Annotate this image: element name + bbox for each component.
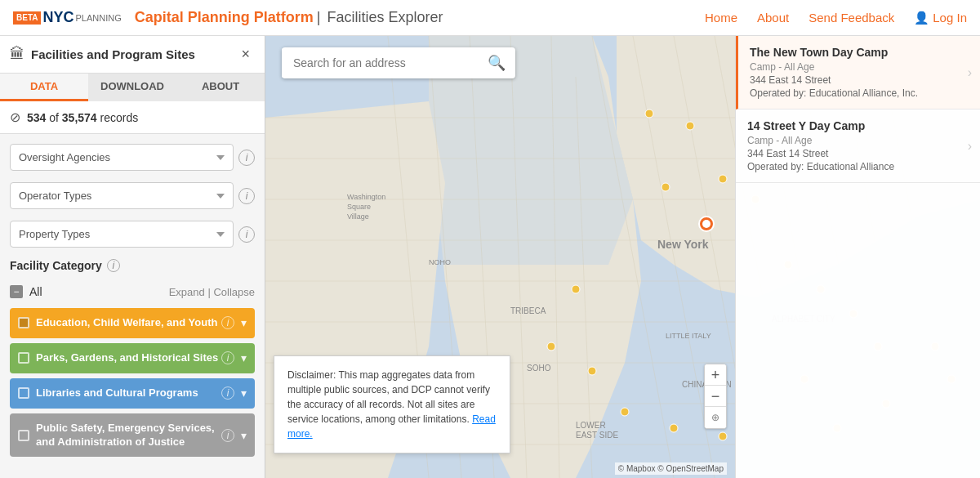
card-0-address: 344 East 14 Street (750, 74, 969, 86)
result-card-1[interactable]: 14 Street Y Day Camp Camp - All Age 344 … (736, 109, 980, 183)
public-safety-label: Public Safety, Emergency Services, and A… (36, 422, 221, 449)
property-types-select[interactable]: Property Types (10, 221, 234, 248)
card-0-subtitle: Camp - All Age (750, 61, 969, 73)
svg-text:New York: New York (657, 238, 709, 251)
tab-download[interactable]: DOWNLOAD (88, 74, 176, 101)
all-minus-icon[interactable]: − (10, 285, 23, 298)
education-info-button[interactable]: i (221, 316, 234, 329)
svg-point-42 (572, 285, 580, 293)
nav-send-feedback[interactable]: Send Feedback (808, 11, 894, 25)
parks-info-button[interactable]: i (221, 351, 234, 364)
card-0-title: The New Town Day Camp (750, 46, 969, 59)
libraries-checkbox[interactable] (18, 387, 29, 399)
facility-category-info-button[interactable]: i (107, 259, 120, 272)
operator-types-select[interactable]: Operator Types (10, 182, 234, 209)
expand-collapse-link[interactable]: Expand | Collapse (169, 286, 255, 298)
zoom-in-button[interactable]: + (705, 364, 726, 386)
svg-text:NOHO: NOHO (429, 258, 451, 266)
nav-home[interactable]: Home (705, 11, 737, 25)
map-attribution: © Mapbox © OpenStreetMap (615, 462, 727, 475)
building-icon: 🏛 (10, 46, 24, 63)
filter-icon: ⊘ (10, 109, 20, 125)
public-safety-expand-icon[interactable]: ▾ (241, 429, 247, 442)
main-nav: Home About Send Feedback 👤 Log In (705, 11, 967, 25)
logo: BETA NYC PLANNING (13, 9, 122, 26)
facility-category-label: Facility Category (10, 259, 102, 272)
map-container[interactable]: New York SOHO TRIBECA NOHO LOWEREAST SID… (265, 36, 980, 478)
svg-point-36 (719, 175, 727, 183)
libraries-expand-icon[interactable]: ▾ (241, 386, 247, 400)
svg-point-45 (621, 408, 629, 416)
svg-point-44 (588, 367, 596, 375)
tab-data[interactable]: DATA (0, 74, 88, 101)
card-0-arrow: › (968, 65, 972, 80)
svg-point-54 (702, 220, 710, 228)
all-label: All (29, 285, 169, 298)
result-cards-panel: The New Town Day Camp Camp - All Age 344… (735, 36, 980, 478)
card-1-operator: Operated by: Educational Alliance (747, 161, 969, 172)
tab-about[interactable]: ABOUT (176, 74, 265, 101)
search-button[interactable]: 🔍 (478, 47, 515, 78)
search-input[interactable] (282, 48, 478, 78)
disclaimer-popup: Disclaimer: This map aggregates data fro… (274, 355, 510, 453)
oversight-agencies-select[interactable]: Oversight Agencies (10, 144, 234, 171)
card-0-operator: Operated by: Educational Alliance, Inc. (750, 87, 969, 99)
card-1-address: 344 East 14 Street (747, 148, 969, 159)
sidebar-tabs: DATA DOWNLOAD ABOUT (0, 74, 265, 101)
oversight-agencies-info-button[interactable]: i (238, 150, 255, 166)
public-safety-checkbox[interactable] (18, 430, 29, 441)
app-subtitle: Facilities Explorer (327, 9, 443, 26)
nav-about[interactable]: About (757, 11, 789, 25)
svg-point-33 (645, 109, 653, 118)
sidebar: 🏛 Facilities and Program Sites × DATA DO… (0, 36, 265, 478)
card-1-arrow: › (968, 139, 972, 154)
all-expand-row: − All Expand | Collapse (10, 282, 255, 302)
education-expand-icon[interactable]: ▾ (241, 316, 247, 329)
nyc-logo-text: NYC (42, 9, 74, 26)
compass-button[interactable]: ⊕ (705, 407, 726, 428)
filter-section: Oversight Agencies i Operator Types i Pr… (0, 134, 265, 471)
property-types-filter: Property Types i (10, 221, 255, 248)
property-types-info-button[interactable]: i (238, 226, 255, 243)
records-count: 534 of 35,574 records (27, 111, 138, 124)
title-separator: | (317, 9, 321, 26)
expand-collapse-separator: | (207, 286, 210, 298)
education-checkbox[interactable] (18, 317, 29, 328)
svg-text:SOHO: SOHO (527, 364, 551, 373)
libraries-info-button[interactable]: i (221, 386, 234, 400)
education-label: Education, Child Welfare, and Youth (36, 316, 221, 330)
sidebar-close-button[interactable]: × (236, 44, 255, 65)
svg-point-34 (686, 122, 694, 130)
svg-point-47 (719, 432, 727, 440)
user-icon: 👤 (914, 11, 929, 25)
search-bar: 🔍 (282, 47, 515, 78)
category-item-public-safety[interactable]: Public Safety, Emergency Services, and A… (10, 413, 255, 458)
parks-checkbox[interactable] (18, 352, 29, 364)
facility-category-header: Facility Category i (10, 259, 255, 275)
svg-text:LITTLE ITALY: LITTLE ITALY (666, 332, 711, 340)
sidebar-header: 🏛 Facilities and Program Sites × (0, 36, 265, 74)
parks-expand-icon[interactable]: ▾ (241, 351, 247, 364)
disclaimer-text: Disclaimer: This map aggregates data fro… (287, 369, 490, 425)
nav-log-in[interactable]: 👤 Log In (914, 11, 967, 25)
svg-point-43 (547, 342, 555, 351)
card-1-title: 14 Street Y Day Camp (747, 119, 969, 132)
records-bar: ⊘ 534 of 35,574 records (0, 101, 265, 134)
parks-label: Parks, Gardens, and Historical Sites (36, 351, 221, 365)
planning-logo-text: PLANNING (76, 13, 122, 23)
card-1-subtitle: Camp - All Age (747, 135, 969, 146)
category-item-parks[interactable]: Parks, Gardens, and Historical Sites i ▾ (10, 343, 255, 373)
libraries-label: Libraries and Cultural Programs (36, 386, 221, 400)
main-content: 🏛 Facilities and Program Sites × DATA DO… (0, 36, 980, 478)
sidebar-title: Facilities and Program Sites (31, 47, 236, 61)
category-item-education[interactable]: Education, Child Welfare, and Youth i ▾ (10, 308, 255, 338)
category-item-libraries[interactable]: Libraries and Cultural Programs i ▾ (10, 378, 255, 409)
zoom-controls: + − ⊕ (704, 364, 727, 429)
zoom-out-button[interactable]: − (705, 386, 726, 407)
result-card-0[interactable]: The New Town Day Camp Camp - All Age 344… (736, 36, 980, 109)
public-safety-info-button[interactable]: i (221, 429, 234, 442)
svg-point-35 (662, 183, 670, 191)
operator-types-info-button[interactable]: i (238, 188, 255, 204)
oversight-agencies-filter: Oversight Agencies i (10, 144, 255, 171)
beta-badge: BETA (13, 11, 41, 25)
